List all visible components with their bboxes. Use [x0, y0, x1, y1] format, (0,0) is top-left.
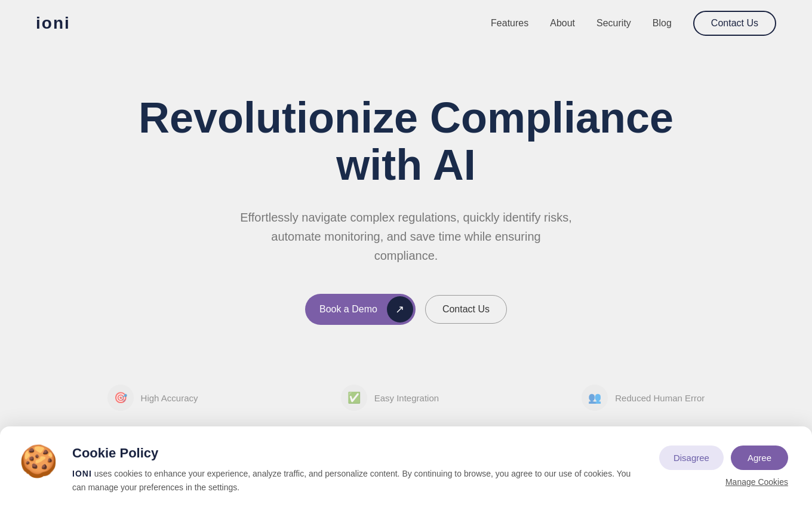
integration-label: Easy Integration	[374, 393, 439, 403]
hero-section: Revolutionize Compliance with AI Effortl…	[0, 47, 812, 361]
cookie-content: Cookie Policy IONI uses cookies to enhan…	[72, 446, 645, 494]
arrow-icon: ↗	[387, 296, 413, 322]
book-demo-label: Book a Demo	[319, 304, 387, 315]
brand-logo[interactable]: ioni	[36, 14, 70, 33]
cookie-buttons: Disagree Agree	[659, 446, 788, 470]
nav-contact-button[interactable]: Contact Us	[693, 11, 776, 36]
hero-buttons: Book a Demo ↗ Contact Us	[305, 294, 507, 325]
disagree-button[interactable]: Disagree	[659, 446, 724, 470]
feature-item-accuracy: 🎯 High Accuracy	[107, 385, 198, 411]
contact-us-button[interactable]: Contact Us	[425, 295, 507, 324]
nav-link-blog[interactable]: Blog	[653, 18, 672, 29]
cookie-brand: IONI	[72, 469, 92, 478]
feature-item-integration: ✅ Easy Integration	[341, 385, 439, 411]
feature-item-human-error: 👥 Reduced Human Error	[582, 385, 705, 411]
cookie-policy-title: Cookie Policy	[72, 446, 645, 461]
manage-cookies-link[interactable]: Manage Cookies	[725, 477, 788, 487]
book-demo-button[interactable]: Book a Demo ↗	[305, 294, 416, 325]
cookie-emoji-icon: 🍪	[19, 446, 58, 477]
cookie-description: IONI uses cookies to enhance your experi…	[72, 467, 645, 494]
nav-links: Features About Security Blog Contact Us	[491, 11, 776, 36]
agree-button[interactable]: Agree	[731, 446, 788, 470]
human-error-icon: 👥	[582, 385, 608, 411]
accuracy-icon: 🎯	[107, 385, 134, 411]
nav-link-about[interactable]: About	[550, 18, 575, 29]
human-error-label: Reduced Human Error	[615, 393, 705, 403]
features-bar: 🎯 High Accuracy ✅ Easy Integration 👥 Red…	[0, 373, 812, 423]
cookie-actions: Disagree Agree Manage Cookies	[659, 446, 788, 487]
integration-icon: ✅	[341, 385, 367, 411]
hero-title: Revolutionize Compliance with AI	[139, 94, 673, 189]
nav-link-security[interactable]: Security	[596, 18, 631, 29]
cookie-banner: 🍪 Cookie Policy IONI uses cookies to enh…	[0, 426, 812, 513]
accuracy-label: High Accuracy	[141, 393, 198, 403]
cookie-icon-wrap: 🍪	[19, 446, 58, 477]
nav-link-features[interactable]: Features	[491, 18, 528, 29]
navbar: ioni Features About Security Blog Contac…	[0, 0, 812, 47]
hero-subtitle: Effortlessly navigate complex regulation…	[239, 208, 573, 265]
